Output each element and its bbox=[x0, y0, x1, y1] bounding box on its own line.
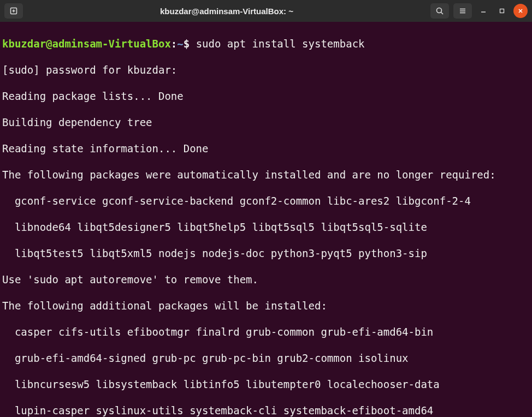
minimize-button[interactable] bbox=[476, 4, 490, 18]
output-line-indent: grub-efi-amd64-signed grub-pc grub-pc-bi… bbox=[2, 352, 530, 365]
menu-button[interactable] bbox=[453, 3, 472, 19]
maximize-button[interactable] bbox=[495, 4, 509, 18]
command-text: sudo apt install systemback bbox=[196, 38, 365, 50]
output-line: Reading state information... Done bbox=[2, 142, 530, 155]
close-button[interactable] bbox=[513, 4, 528, 18]
prompt-dollar: $ bbox=[184, 38, 196, 50]
titlebar-left bbox=[4, 3, 23, 19]
output-line-indent: libqt5test5 libqt5xml5 nodejs nodejs-doc… bbox=[2, 247, 530, 260]
prompt-path: ~ bbox=[177, 38, 183, 50]
svg-point-1 bbox=[437, 8, 442, 13]
prompt-line: kbuzdar@adminsam-VirtualBox:~$ sudo apt … bbox=[2, 37, 530, 50]
output-line: [sudo] password for kbuzdar: bbox=[2, 63, 530, 76]
prompt-userhost: kbuzdar@adminsam-VirtualBox bbox=[2, 38, 171, 50]
output-line: The following additional packages will b… bbox=[2, 299, 530, 312]
output-line-indent: casper cifs-utils efibootmgr finalrd gru… bbox=[2, 325, 530, 338]
window-titlebar: kbuzdar@adminsam-VirtualBox: ~ bbox=[0, 0, 532, 22]
window-title: kbuzdar@adminsam-VirtualBox: ~ bbox=[27, 7, 426, 16]
output-line: Reading package lists... Done bbox=[2, 90, 530, 103]
terminal-output[interactable]: kbuzdar@adminsam-VirtualBox:~$ sudo apt … bbox=[0, 22, 532, 417]
output-line-indent: libncursesw5 libsystemback libtinfo5 lib… bbox=[2, 378, 530, 391]
output-line: Use 'sudo apt autoremove' to remove them… bbox=[2, 273, 530, 286]
output-line-indent: gconf-service gconf-service-backend gcon… bbox=[2, 194, 530, 207]
new-tab-button[interactable] bbox=[4, 3, 23, 19]
prompt-colon: : bbox=[171, 38, 177, 50]
output-line-indent: libnode64 libqt5designer5 libqt5help5 li… bbox=[2, 221, 530, 234]
search-button[interactable] bbox=[430, 3, 449, 19]
output-line-indent: lupin-casper syslinux-utils systemback-c… bbox=[2, 404, 530, 417]
output-line: The following packages were automaticall… bbox=[2, 168, 530, 181]
titlebar-right bbox=[430, 3, 528, 19]
svg-rect-2 bbox=[500, 9, 504, 13]
output-line: Building dependency tree bbox=[2, 116, 530, 129]
